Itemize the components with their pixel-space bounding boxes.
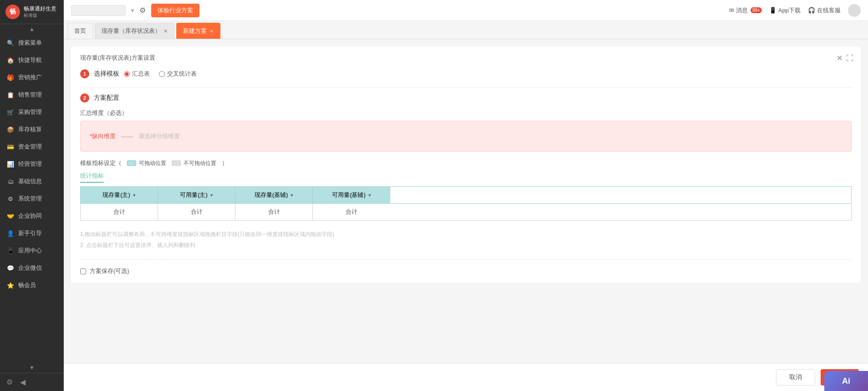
- avatar[interactable]: [848, 4, 861, 17]
- step2-section: 2 方案配置 汇总维度（必选） *纵向维度 —— 请选择分组维度 模板指标设定（: [80, 93, 852, 250]
- enterprise-icon: 🤝: [6, 212, 15, 220]
- topbar-chevron-icon[interactable]: ▾: [131, 7, 134, 14]
- tab-bar: 首页 现存量（库存状况表） ✕ 新建方案 ✕: [64, 21, 868, 39]
- stats-table-row: 合计 合计 合计 合计: [80, 204, 852, 221]
- sidebar-item-app-center[interactable]: 📱 应用中心: [0, 242, 64, 259]
- col-cell-1: 合计: [81, 204, 158, 220]
- col-header-4[interactable]: 可用量(基辅) ▾: [313, 187, 390, 203]
- marketing-icon: 🎁: [6, 73, 15, 82]
- legend-fixed-box: [172, 160, 181, 166]
- sidebar-scroll-down[interactable]: ▼: [0, 363, 64, 373]
- sidebar-item-system[interactable]: ⚙ 系统管理: [0, 190, 64, 207]
- trial-button[interactable]: 体验行业方案: [151, 4, 199, 17]
- tip1: 1.拖动标题栏可以调整布局，不可跨维度或指标区域拖拽栏目字段(只能在同一维度或指…: [80, 230, 852, 240]
- sidebar-nav: 🔍 搜索菜单 🏠 快捷导航 🎁 营销推广 📋 销售管理 🛒 采购管理 📦 库存核…: [0, 34, 64, 363]
- dimension-hint: 请选择分组维度: [138, 132, 180, 140]
- save-checkbox[interactable]: [80, 268, 86, 274]
- ai-button[interactable]: Ai: [824, 371, 868, 391]
- col4-chevron-icon[interactable]: ▾: [368, 192, 371, 198]
- stats-label: 统计指标: [80, 172, 104, 183]
- sidebar-item-base-info[interactable]: 🗂 基础信息: [0, 173, 64, 190]
- tab-inventory-close-icon[interactable]: ✕: [163, 28, 168, 34]
- wechat-icon: 💬: [6, 264, 15, 272]
- sidebar-item-inventory[interactable]: 📦 库存核算: [0, 121, 64, 138]
- tab-new-plan[interactable]: 新建方案 ✕: [176, 23, 220, 39]
- topbar-right: ✉ 消息 99+ 📱 App下载 🎧 在线客服: [729, 4, 861, 17]
- indicator-label: 模板指标设定（ 可拖动位置 不可拖动位置 ）: [80, 159, 852, 167]
- app-download-button[interactable]: 📱 App下载: [769, 6, 801, 15]
- step1-section: 1 选择模板 汇总表 交叉统计表: [80, 69, 852, 78]
- search-menu-icon: 🔍: [6, 39, 15, 47]
- step1-header: 1 选择模板 汇总表 交叉统计表: [80, 69, 852, 78]
- col1-chevron-icon[interactable]: ▾: [133, 192, 136, 198]
- col-header-1[interactable]: 现存量(主) ▾: [81, 187, 158, 203]
- expand-panel-button[interactable]: ⛶: [846, 54, 853, 62]
- online-service-button[interactable]: 🎧 在线客服: [808, 6, 841, 15]
- quick-nav-icon: 🏠: [6, 56, 15, 64]
- tab-new-plan-close-icon[interactable]: ✕: [209, 28, 214, 34]
- legend-draggable: 可拖动位置: [127, 159, 166, 167]
- top-bar: ▾ ⚙ 体验行业方案 ✉ 消息 99+ 📱 App下载 🎧 在线客服: [64, 0, 868, 21]
- radio-cross[interactable]: 交叉统计表: [159, 70, 197, 78]
- panel-corner-buttons: ✕ ⛶: [837, 54, 853, 62]
- topbar-gear-icon[interactable]: ⚙: [139, 6, 146, 15]
- radio-summary[interactable]: 汇总表: [124, 70, 150, 78]
- sidebar-item-sales[interactable]: 📋 销售管理: [0, 86, 64, 103]
- footer-bar: 取消 查询: [64, 363, 868, 391]
- step2-num: 2: [80, 93, 89, 103]
- col-header-3[interactable]: 现存量(基辅) ▾: [235, 187, 313, 203]
- tip2: 2. 点击标题栏下拉可设置排序、插入列和删除列: [80, 241, 852, 251]
- newbie-icon: 👤: [6, 229, 15, 237]
- sidebar-item-wechat[interactable]: 💬 企业微信: [0, 259, 64, 277]
- col-cell-3: 合计: [235, 204, 313, 220]
- dimension-label: 汇总维度（必选）: [80, 109, 852, 117]
- app-center-icon: 📱: [6, 247, 15, 255]
- sidebar-item-operations[interactable]: 📊 经营管理: [0, 155, 64, 173]
- col2-chevron-icon[interactable]: ▾: [210, 192, 213, 198]
- indicator-settings: 模板指标设定（ 可拖动位置 不可拖动位置 ） 统计指标: [80, 159, 852, 221]
- download-icon: 📱: [769, 7, 776, 14]
- sidebar-item-search-menu[interactable]: 🔍 搜索菜单: [0, 34, 64, 51]
- settings-icon[interactable]: ⚙: [6, 378, 13, 386]
- step2-label: 方案配置: [94, 94, 119, 102]
- message-icon: ✉: [729, 7, 734, 14]
- tips-section: 1.拖动标题栏可以调整布局，不可跨维度或指标区域拖拽栏目字段(只能在同一维度或指…: [80, 230, 852, 250]
- template-radio-group: 汇总表 交叉统计表: [124, 70, 197, 78]
- sidebar-item-member[interactable]: ⭐ 畅会员: [0, 277, 64, 294]
- sidebar-item-finance[interactable]: 💳 资金管理: [0, 138, 64, 155]
- sidebar-item-newbie[interactable]: 👤 新手引导: [0, 225, 64, 242]
- settings-panel: 现存量(库存状况表)方案设置 ✕ ⛶ 1 选择模板 汇总表: [71, 46, 861, 283]
- messages-button[interactable]: ✉ 消息 99+: [729, 6, 762, 15]
- operations-icon: 📊: [6, 160, 15, 168]
- tab-inventory-status[interactable]: 现存量（库存状况表） ✕: [95, 23, 174, 39]
- col-cell-4: 合计: [313, 204, 390, 220]
- sidebar-item-purchase[interactable]: 🛒 采购管理: [0, 103, 64, 121]
- sales-icon: 📋: [6, 91, 15, 99]
- logo-icon: 畅: [5, 5, 20, 19]
- content-area: 现存量(库存状况表)方案设置 ✕ ⛶ 1 选择模板 汇总表: [64, 39, 868, 363]
- panel-title: 现存量(库存状况表)方案设置: [80, 54, 852, 62]
- sidebar-item-quick-nav[interactable]: 🏠 快捷导航: [0, 51, 64, 69]
- sidebar-item-enterprise[interactable]: 🤝 企业协同: [0, 207, 64, 225]
- dimension-placeholder: *纵向维度 —— 请选择分组维度: [90, 132, 842, 140]
- sidebar-scroll-up[interactable]: ▲: [0, 24, 64, 34]
- col-header-2[interactable]: 可用量(主) ▾: [158, 187, 235, 203]
- dimension-arrow: ——: [121, 133, 133, 140]
- legend-draggable-box: [127, 160, 136, 166]
- legend-fixed: 不可拖动位置: [172, 159, 216, 167]
- base-info-icon: 🗂: [6, 177, 15, 185]
- stats-table-header: 现存量(主) ▾ 可用量(主) ▾ 现存量(基辅) ▾: [80, 186, 852, 204]
- logo-text: 畅康通好生意 标准版: [24, 5, 56, 19]
- purchase-icon: 🛒: [6, 108, 15, 116]
- member-icon: ⭐: [6, 281, 15, 289]
- search-input[interactable]: [71, 5, 126, 16]
- sidebar-item-marketing[interactable]: 🎁 营销推广: [0, 69, 64, 86]
- cancel-button[interactable]: 取消: [776, 369, 815, 386]
- tab-home[interactable]: 首页: [67, 23, 93, 39]
- collapse-icon[interactable]: ◀: [20, 378, 26, 386]
- col3-chevron-icon[interactable]: ▾: [291, 192, 293, 198]
- sidebar-logo: 畅 畅康通好生意 标准版: [0, 0, 64, 24]
- close-panel-button[interactable]: ✕: [837, 54, 842, 62]
- finance-icon: 💳: [6, 143, 15, 151]
- stats-section: 统计指标 现存量(主) ▾ 可用量(主) ▾ 现存量(基辅): [80, 172, 852, 221]
